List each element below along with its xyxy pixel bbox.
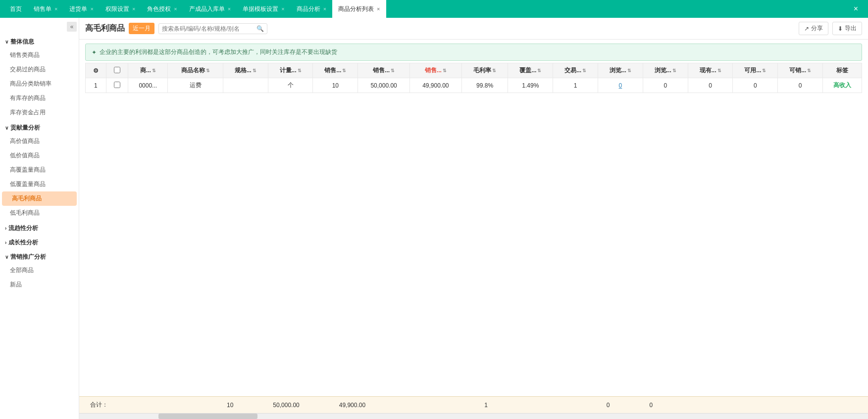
sidebar-item-high-margin[interactable]: 高毛利商品 <box>2 191 77 206</box>
col-sales-profit[interactable]: 销售...⇅ <box>409 63 461 78</box>
search-input[interactable] <box>162 25 256 32</box>
sort-icon-code: ⇅ <box>152 68 156 73</box>
cell-name: 运费 <box>168 78 223 93</box>
sidebar-group-flow-arrow: › <box>5 226 6 231</box>
footer-available: 0 <box>630 402 673 409</box>
nav-product-analysis-list-close[interactable]: × <box>377 6 380 12</box>
sidebar-group-overall-arrow: ∨ <box>5 39 8 45</box>
footer-label: 合计： <box>85 401 118 409</box>
sidebar-group-flow[interactable]: › 流趋性分析 <box>0 220 79 234</box>
nav-product-analysis-close[interactable]: × <box>323 6 326 12</box>
col-available[interactable]: 可用...⇅ <box>733 63 778 78</box>
cell-unit: 个 <box>268 78 313 93</box>
sidebar-item-low-value[interactable]: 低价值商品 <box>0 148 79 163</box>
col-views2[interactable]: 浏览...⇅ <box>643 63 688 78</box>
sort-icon-unit: ⇅ <box>298 68 302 73</box>
share-button[interactable]: ↗ 分享 <box>799 22 828 35</box>
col-name[interactable]: 商品名称⇅ <box>168 63 223 78</box>
sort-icon-name: ⇅ <box>206 68 210 73</box>
content-area: 高毛利商品 近一月 🔍 ↗ 分享 ⬇ 导出 ✦ 企业的主要的利润都是这部分商品创… <box>79 18 868 419</box>
share-icon: ↗ <box>804 25 809 32</box>
footer-current-stock: 0 <box>587 402 630 409</box>
period-button[interactable]: 近一月 <box>129 23 154 34</box>
sidebar-group-contribution-arrow: ∨ <box>5 125 8 131</box>
sidebar-collapse-button[interactable]: « <box>67 22 77 32</box>
nav-template-settings[interactable]: 单据模板设置 × <box>237 0 290 18</box>
sidebar-item-high-value[interactable]: 高价值商品 <box>0 134 79 148</box>
col-sales-amount[interactable]: 销售...⇅ <box>358 63 410 78</box>
nav-purchase-order-close[interactable]: × <box>90 6 93 12</box>
sidebar-group-contribution[interactable]: ∨ 贡献量分析 <box>0 120 79 134</box>
export-button[interactable]: ⬇ 导出 <box>832 22 862 35</box>
nav-permission-settings[interactable]: 权限设置 × <box>100 0 141 18</box>
col-code[interactable]: 商...⇅ <box>128 63 168 78</box>
cell-checkbox[interactable] <box>106 78 128 93</box>
nav-product-analysis[interactable]: 商品分析 × <box>291 0 332 18</box>
sidebar-item-low-coverage[interactable]: 低覆盖量商品 <box>0 177 79 191</box>
nav-sales-order-label: 销售单 <box>34 5 51 13</box>
table-container: ⚙ 商...⇅ 商品名称⇅ 规格...⇅ 计量...⇅ 销售...⇅ 销售...… <box>79 63 868 396</box>
sidebar-item-in-stock[interactable]: 有库存的商品 <box>0 91 79 105</box>
sidebar-group-marketing-label: 营销推广分析 <box>10 253 46 261</box>
nav-sales-order-close[interactable]: × <box>54 6 57 12</box>
sidebar-item-low-margin[interactable]: 低毛利商品 <box>0 206 79 220</box>
nav-template-settings-close[interactable]: × <box>281 6 284 12</box>
nav-product-storage-close[interactable]: × <box>228 6 231 12</box>
nav-role-auth[interactable]: 角色授权 × <box>141 0 183 18</box>
info-banner: ✦ 企业的主要的利润都是这部分商品创造的，可考虑加大推广，同时关注库存是不要出现… <box>85 44 862 61</box>
col-unit[interactable]: 计量...⇅ <box>268 63 313 78</box>
sidebar-group-contribution-label: 贡献量分析 <box>10 124 40 132</box>
col-views1[interactable]: 浏览...⇅ <box>598 63 643 78</box>
table-row: 1 0000... 运费 个 10 50,000.00 49,900.00 99… <box>86 78 862 93</box>
window-close-button[interactable]: × <box>848 4 864 13</box>
nav-sales-order[interactable]: 销售单 × <box>28 0 63 18</box>
col-transaction[interactable]: 交易...⇅ <box>553 63 598 78</box>
col-sellable[interactable]: 可销...⇅ <box>778 63 823 78</box>
cell-current-stock: 0 <box>688 78 733 93</box>
horizontal-scrollbar[interactable] <box>79 413 868 419</box>
nav-product-storage-label: 产成品入库单 <box>189 5 225 13</box>
cell-tag: 高收入 <box>823 78 862 93</box>
sidebar-item-sales-goods[interactable]: 销售类商品 <box>0 48 79 62</box>
sidebar: « ∨ 整体信息 销售类商品 交易过的商品 商品分类助销率 有库存的商品 库存资… <box>0 18 79 419</box>
sort-icon-sales-qty: ⇅ <box>342 68 346 73</box>
nav-product-analysis-list-label: 商品分析列表 <box>338 5 374 13</box>
col-sales-qty[interactable]: 销售...⇅ <box>313 63 358 78</box>
nav-purchase-order-label: 进货单 <box>69 5 87 13</box>
col-checkbox[interactable] <box>106 63 128 78</box>
sidebar-group-growth-arrow: › <box>5 240 6 245</box>
select-all-checkbox[interactable] <box>114 67 120 73</box>
sidebar-item-all-goods[interactable]: 全部商品 <box>0 263 79 278</box>
nav-permission-settings-close[interactable]: × <box>132 6 135 12</box>
footer-transaction: 1 <box>464 402 508 409</box>
sidebar-item-category-rate[interactable]: 商品分类助销率 <box>0 77 79 91</box>
col-current-stock[interactable]: 现有...⇅ <box>688 63 733 78</box>
nav-purchase-order[interactable]: 进货单 × <box>63 0 99 18</box>
sidebar-group-marketing[interactable]: ∨ 营销推广分析 <box>0 249 79 263</box>
nav-home[interactable]: 首页 <box>4 0 28 18</box>
col-coverage[interactable]: 覆盖...⇅ <box>508 63 553 78</box>
cell-views2: 0 <box>643 78 688 93</box>
data-table: ⚙ 商...⇅ 商品名称⇅ 规格...⇅ 计量...⇅ 销售...⇅ 销售...… <box>85 63 862 93</box>
sidebar-item-high-coverage[interactable]: 高覆盖量商品 <box>0 163 79 177</box>
nav-product-storage[interactable]: 产成品入库单 × <box>183 0 237 18</box>
sidebar-group-overall[interactable]: ∨ 整体信息 <box>0 34 79 48</box>
nav-role-auth-label: 角色授权 <box>147 5 171 13</box>
cell-views1[interactable]: 0 <box>598 78 643 93</box>
col-settings[interactable]: ⚙ <box>86 63 106 78</box>
cell-index: 1 <box>86 78 106 93</box>
export-label: 导出 <box>845 24 857 33</box>
nav-product-analysis-list[interactable]: 商品分析列表 × <box>332 0 386 18</box>
sidebar-group-growth[interactable]: › 成长性分析 <box>0 234 79 249</box>
nav-product-analysis-label: 商品分析 <box>297 5 320 13</box>
col-gross-margin[interactable]: 毛利率⇅ <box>461 63 508 78</box>
sidebar-item-stock-capital[interactable]: 库存资金占用 <box>0 105 79 120</box>
table-header-row: ⚙ 商...⇅ 商品名称⇅ 规格...⇅ 计量...⇅ 销售...⇅ 销售...… <box>86 63 862 78</box>
sidebar-item-traded-goods[interactable]: 交易过的商品 <box>0 62 79 77</box>
search-icon[interactable]: 🔍 <box>256 25 264 32</box>
nav-role-auth-close[interactable]: × <box>174 6 177 12</box>
col-spec[interactable]: 规格...⇅ <box>223 63 268 78</box>
footer-sales-profit: 49,900.00 <box>319 402 385 409</box>
sidebar-item-new-goods[interactable]: 新品 <box>0 278 79 292</box>
row-checkbox[interactable] <box>114 82 120 88</box>
